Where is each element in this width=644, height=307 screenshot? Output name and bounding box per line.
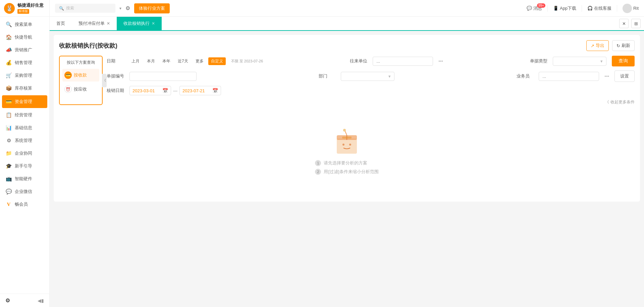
doc-num-input[interactable] [129, 72, 197, 81]
calendar-start-icon: 📅 [162, 88, 168, 93]
dept-select[interactable]: ▾ [341, 72, 394, 81]
tab-close-prepay[interactable]: ✕ [107, 21, 110, 26]
date-quick-buttons: 上月 本月 本年 近7天 更多 自定义 [129, 57, 226, 65]
staff-input[interactable] [539, 72, 599, 81]
purchase-icon: 🛒 [5, 72, 12, 79]
date-btn-this-year[interactable]: 本年 [160, 57, 173, 65]
verify-date-start-input[interactable]: 2023-03-01 📅 [129, 86, 171, 95]
app-download-button[interactable]: 📱 App下载 [553, 5, 576, 11]
online-service-button[interactable]: 🎧 在线客服 [587, 5, 611, 11]
empty-tip-2: 2 用[过滤]条件来缩小分析范围 [315, 167, 378, 176]
customer-label: 往来单位 [350, 58, 367, 64]
filter-sidebar-title: 按以下方案查询 [62, 60, 99, 65]
svg-rect-0 [337, 139, 357, 154]
sidebar-item-member[interactable]: V 畅会员 [0, 198, 49, 211]
sidebar: 🐰 畅捷通好生意 标准版 🔍 搜索菜单 🏠 快捷导航 📣 营销推广 💰 销售管理… [0, 0, 50, 307]
tab-prepay[interactable]: 预付冲应付单 ✕ [72, 17, 117, 31]
date-btn-7days[interactable]: 近7天 [175, 57, 191, 65]
sidebar-item-funds[interactable]: 💳 资金管理 [2, 95, 47, 108]
verify-date-start-field[interactable]: 2023-03-01 [132, 88, 161, 93]
date-btn-last-month[interactable]: 上月 [129, 57, 142, 65]
tab-receipt[interactable]: 收款核销执行 ✕ [117, 17, 162, 31]
sidebar-collapse-icon[interactable]: ◀▮ [38, 298, 44, 303]
doc-num-label: 单据编号 [107, 73, 124, 79]
svg-point-4 [342, 144, 344, 146]
search-nav-icon: 🔍 [5, 21, 12, 28]
service-icon: 🎧 [587, 6, 593, 11]
filter-sidebar: 按以下方案查询 💳 按收款 ⏰ 按应收 《 [59, 56, 103, 105]
receipt-option-icon: 💳 [64, 71, 72, 79]
user-profile-button[interactable]: Rit [623, 4, 639, 13]
date-btn-more[interactable]: 更多 [193, 57, 206, 65]
verify-date-end-input[interactable]: 2023-07-21 📅 [179, 86, 221, 95]
date-range-text: 不限 至 2023-07-26 [231, 59, 263, 64]
refresh-button[interactable]: ↻ 刷新 [612, 40, 635, 51]
staff-more-icon[interactable]: ••• [604, 74, 609, 79]
sidebar-item-inventory[interactable]: 📦 库存核算 [0, 82, 49, 95]
sidebar-bottom: ⚙ ◀▮ [0, 294, 49, 307]
filter-by-receipt[interactable]: 💳 按收款 [62, 69, 99, 82]
sidebar-item-cooperation[interactable]: 📁 企业协同 [0, 147, 49, 160]
refresh-icon: ↻ [616, 43, 620, 48]
filter-by-receivable[interactable]: ⏰ 按应收 [62, 83, 99, 96]
sidebar-item-system[interactable]: ⚙ 系统管理 [0, 134, 49, 147]
query-button[interactable]: 查询 [612, 56, 635, 66]
page-title: 收款核销执行(按收款) [59, 42, 117, 50]
tab-home[interactable]: 首页 [50, 17, 72, 31]
staff-label: 业务员 [517, 73, 533, 79]
filter-layout: 按以下方案查询 💳 按收款 ⏰ 按应收 《 日期 [59, 56, 635, 105]
dept-dropdown-icon: ▾ [388, 74, 391, 79]
export-button[interactable]: ↗ 导出 [586, 40, 609, 51]
sidebar-item-purchase[interactable]: 🛒 采购管理 [0, 69, 49, 82]
sidebar-item-guide[interactable]: 🎓 新手引导 [0, 160, 49, 172]
gear-icon[interactable]: ⚙ [125, 5, 130, 11]
page-card: 收款核销执行(按收款) ↗ 导出 ↻ 刷新 按以下方案查询 [54, 35, 640, 202]
collapse-icon: 《 [605, 99, 609, 105]
verify-date-end-field[interactable]: 2023-07-21 [182, 88, 211, 93]
header-search-bar[interactable]: 🔍 搜索 [55, 4, 115, 13]
dropdown-icon[interactable]: ▾ [119, 6, 121, 11]
sidebar-item-basic[interactable]: 📊 基础信息 [0, 121, 49, 134]
verify-date-range: 2023-03-01 📅 — 2023-07-21 📅 [129, 86, 221, 95]
sidebar-logo: 🐰 畅捷通好生意 标准版 [0, 0, 49, 17]
page-title-bar: 收款核销执行(按收款) ↗ 导出 ↻ 刷新 [59, 40, 635, 51]
customer-input[interactable] [373, 57, 433, 66]
system-icon: ⚙ [5, 138, 12, 144]
page-actions: ↗ 导出 ↻ 刷新 [586, 40, 635, 51]
hardware-icon: 📺 [5, 176, 12, 182]
setting-button[interactable]: 设置 [614, 70, 635, 82]
sidebar-item-search[interactable]: 🔍 搜索菜单 [0, 18, 49, 31]
guide-icon: 🎓 [5, 163, 12, 169]
sidebar-item-sales[interactable]: 💰 销售管理 [0, 56, 49, 69]
sidebar-item-hardware[interactable]: 📺 智能硬件 [0, 172, 49, 185]
date-btn-this-month[interactable]: 本月 [144, 57, 158, 65]
tab-close-window-btn[interactable]: ✕ [619, 19, 629, 28]
filter-row-3: 核销日期 2023-03-01 📅 — 2023-07-21 📅 [107, 86, 635, 95]
member-icon: V [5, 202, 12, 207]
inventory-icon: 📦 [5, 85, 12, 91]
filter-sidebar-collapse-btn[interactable]: 《 [102, 74, 107, 87]
doc-type-dropdown-icon: ▾ [600, 59, 603, 64]
message-button[interactable]: 💬 消息 99+ [527, 5, 542, 11]
sidebar-nav: 🔍 搜索菜单 🏠 快捷导航 📣 营销推广 💰 销售管理 🛒 采购管理 📦 库存核… [0, 17, 49, 294]
trial-button[interactable]: 体验行业方案 [134, 3, 170, 13]
collapse-more-button[interactable]: 《 收起更多条件 [605, 99, 635, 105]
top-header: 🔍 搜索 ▾ ⚙ 体验行业方案 💬 消息 99+ 📱 App下载 🎧 在线客服 [50, 0, 644, 17]
basic-icon: 📊 [5, 125, 12, 131]
date-btn-custom[interactable]: 自定义 [208, 57, 226, 65]
logo-text: 畅捷通好生意 标准版 [17, 3, 44, 14]
sidebar-item-operations[interactable]: 📋 经营管理 [0, 109, 49, 121]
tab-maximize-btn[interactable]: ⊞ [631, 19, 641, 28]
filter-row-1: 日期 上月 本月 本年 近7天 更多 自定义 不限 至 2023-07-26 往… [107, 56, 635, 66]
marketing-icon: 📣 [5, 47, 12, 53]
doc-type-select[interactable]: ▾ [553, 57, 606, 66]
tab-close-receipt[interactable]: ✕ [152, 21, 155, 26]
sidebar-item-marketing[interactable]: 📣 营销推广 [0, 44, 49, 56]
svg-point-7 [343, 129, 346, 132]
customer-more-icon[interactable]: ••• [438, 59, 443, 64]
sidebar-settings-icon[interactable]: ⚙ [5, 297, 10, 304]
app-icon: 📱 [553, 6, 558, 11]
sidebar-item-wechat[interactable]: 💬 企业微信 [0, 185, 49, 198]
svg-point-5 [349, 144, 351, 146]
sidebar-item-quicknav[interactable]: 🏠 快捷导航 [0, 31, 49, 44]
